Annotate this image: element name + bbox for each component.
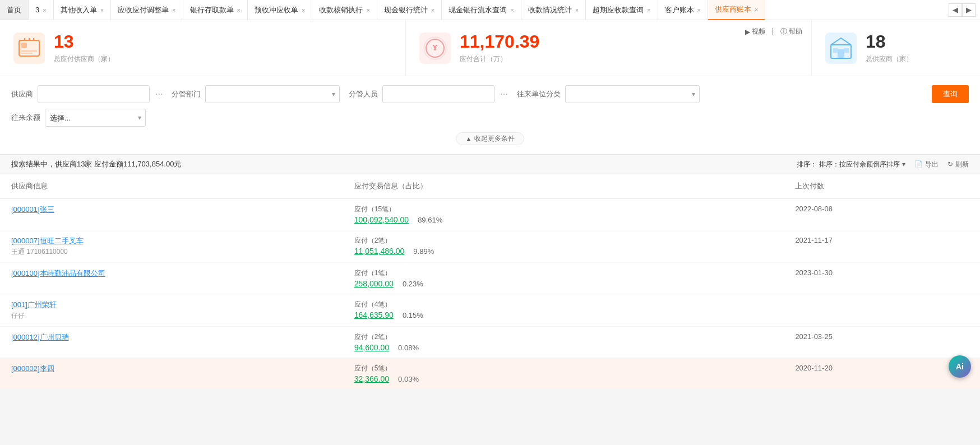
person-input[interactable] [382,85,494,103]
sort-control[interactable]: 排序： 排序：按应付余额倒序排序 ▾ [797,160,905,169]
nav-tab-collection-stat[interactable]: 收款情况统计 × [521,0,586,20]
payable-amount-4[interactable]: 164,635.90 [354,310,394,319]
close-icon[interactable]: × [697,7,701,13]
payable-percent-4: 0.15% [403,311,423,319]
close-icon[interactable]: × [302,7,305,13]
payable-amount-1[interactable]: 100,092,540.00 [354,215,409,224]
payable-row-1: 100,092,540.00 89.61% [354,215,773,224]
nav-tab-supplier-ledger[interactable]: 供应商账本 × [708,0,765,20]
dept-filter-label: 分管部门 [172,89,201,99]
payable-total-amount: 11,170.39 [460,32,539,52]
supplier-link-5[interactable]: [000012]广州贝瑞 [11,333,69,341]
last-pay-cell-2: 2021-11-17 [784,230,980,263]
help-link[interactable]: ⓘ 帮助 [780,27,802,36]
video-link[interactable]: ▶ 视频 [745,27,765,36]
money-icon: ¥ [419,33,451,64]
payable-percent-2: 9.89% [413,247,434,256]
nav-next-arrow[interactable]: ▶ [962,3,976,17]
export-icon: 📄 [914,160,923,168]
summary-card-payable-suppliers: 13 总应付供应商（家） [0,20,406,76]
nav-tab-cash-flow[interactable]: 现金银行流水查询 × [442,0,521,20]
payable-total-label: 应付合计（万） [460,54,539,64]
payable-label-2: 应付（2笔） [354,236,773,245]
filter-category: 往来单位分类 [517,85,700,103]
nav-tab-adjustment-label: 应收应付调整单 [118,5,169,15]
supplier-cell-1: [000001]张三 [0,198,343,230]
nav-tab-bank[interactable]: 银行存取款单 × [183,0,248,20]
close-icon[interactable]: × [647,7,650,13]
payable-row-3: 258,000.00 0.23% [354,279,773,288]
close-icon[interactable]: × [575,7,579,13]
nav-tab-prepay[interactable]: 预收冲应收单 × [248,0,312,20]
table-row: [000012]广州贝瑞 应付（2笔） 94,600.00 0.08% 2021… [0,327,980,358]
last-pay-cell-3: 2023-01-30 [784,263,980,294]
supplier-link-6[interactable]: [000002]李四 [11,364,54,373]
nav-prev-arrow[interactable]: ◀ [949,3,962,17]
supplier-link-3[interactable]: [000100]本特勤油品有限公司 [11,269,105,277]
help-icon: ⓘ [780,27,787,36]
filter-supplier: 供应商 ··· [11,85,163,103]
summary-info-3: 18 总供应商（家） [866,32,913,63]
nav-tab-cash-stat[interactable]: 现金银行统计 × [377,0,442,20]
payable-cell-1: 应付（15笔） 100,092,540.00 89.61% [343,198,784,230]
svg-rect-2 [21,43,27,48]
close-icon[interactable]: × [172,7,175,13]
close-icon[interactable]: × [431,7,434,13]
supplier-dots-icon[interactable]: ··· [155,89,163,99]
supplier-link-1[interactable]: [000001]张三 [11,205,54,214]
filter-balance: 往来余额 选择... [11,109,146,127]
nav-tab-adjustment[interactable]: 应收应付调整单 × [111,0,183,20]
supplier-contact-4: 仔仔 [11,311,332,321]
filter-dept: 分管部门 [172,85,340,103]
export-button[interactable]: 📄 导出 [914,160,939,169]
close-icon[interactable]: × [366,7,369,13]
nav-tab-customer-ledger[interactable]: 客户账本 × [658,0,708,20]
payable-amount-5[interactable]: 94,600.00 [354,343,389,352]
payable-amount-6[interactable]: 32,366.00 [354,374,389,383]
close-icon[interactable]: × [510,7,514,13]
table-container: 供应商信息 应付交易信息（占比） 上次付数 [000001]张三 应付（15笔）… [0,174,980,390]
nav-tab-3[interactable]: 3 × [29,0,54,20]
table-row: [001]广州荣轩 仔仔 应付（4笔） 164,635.90 0.15% [0,294,980,327]
payable-label-6: 应付（5笔） [354,364,773,373]
nav-tab-bank-label: 银行存取款单 [190,5,234,15]
balance-select[interactable]: 选择... [45,109,146,127]
close-icon[interactable]: × [755,6,758,13]
supplier-input[interactable] [38,85,150,103]
last-pay-cell-4 [784,294,980,327]
category-select[interactable] [565,85,700,103]
total-suppliers-label: 总供应商（家） [866,54,913,64]
supplier-link-4[interactable]: [001]广州荣轩 [11,300,57,309]
store-icon [825,33,857,64]
nav-tab-home[interactable]: 首页 [0,0,29,20]
person-filter-label: 分管人员 [349,89,378,99]
ai-badge[interactable]: Ai [949,355,971,378]
close-icon[interactable]: × [100,7,104,13]
nav-tab-prepay-label: 预收冲应收单 [255,5,298,15]
refresh-button[interactable]: ↻ 刷新 [947,160,969,169]
nav-tab-collection-label: 收款核销执行 [319,5,363,15]
refresh-label: 刷新 [955,160,969,169]
collapse-button[interactable]: ▲ 收起更多条件 [456,132,524,145]
payable-amount-3[interactable]: 258,000.00 [354,279,394,288]
payable-amount-2[interactable]: 11,051,486.00 [354,247,405,256]
summary-info-2: 11,170.39 应付合计（万） [460,32,539,63]
collapse-up-icon: ▲ [465,135,472,143]
supplier-link-2[interactable]: [000007]恒旺二手叉车 [11,237,84,245]
close-icon[interactable]: × [43,7,46,13]
nav-tab-other-income[interactable]: 其他收入单 × [54,0,111,20]
video-icon: ▶ [745,28,750,36]
summary-card-total-suppliers: 18 总供应商（家） [812,20,980,76]
supplier-cell-4: [001]广州荣轩 仔仔 [0,294,343,327]
payable-percent-1: 89.61% [418,216,442,224]
nav-tab-collection[interactable]: 收款核销执行 × [312,0,377,20]
person-dots-icon[interactable]: ··· [500,89,507,99]
search-button[interactable]: 查询 [932,85,969,103]
payable-percent-3: 0.23% [403,280,423,288]
nav-tab-overdue[interactable]: 超期应收款查询 × [586,0,658,20]
close-icon[interactable]: × [237,7,241,13]
payable-row-4: 164,635.90 0.15% [354,310,773,319]
dept-select[interactable] [205,85,340,103]
sort-down-icon: ▾ [902,160,905,168]
dept-select-wrapper [205,85,340,103]
